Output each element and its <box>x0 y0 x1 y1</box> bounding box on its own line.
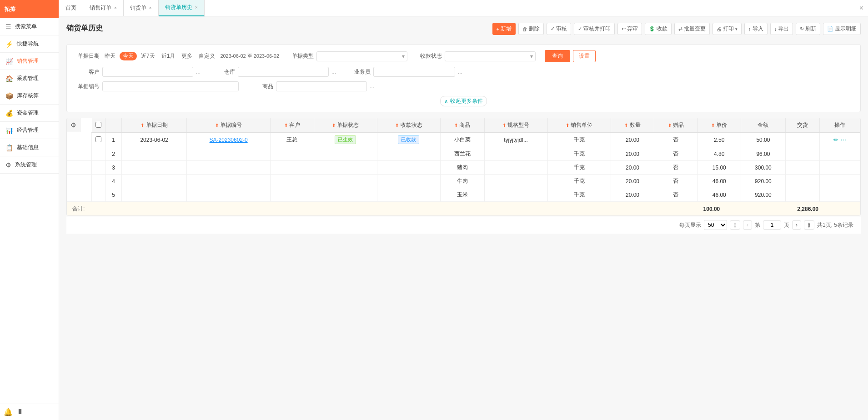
close-all-tabs-button[interactable]: × <box>855 4 868 12</box>
tab-close-icon[interactable]: × <box>149 5 152 10</box>
business-dots[interactable]: ... <box>458 69 462 75</box>
export-button[interactable]: ↓ 导出 <box>770 23 793 35</box>
row-checkbox-cell[interactable] <box>92 147 105 161</box>
sidebar-item-basic-info[interactable]: 📋 基础信息 <box>0 139 59 156</box>
col-goods[interactable]: ⬆ 商品 <box>440 118 484 133</box>
doc-no-label: 单据编号 <box>74 83 100 90</box>
sidebar-item-sys-mgmt[interactable]: ⚙ 系统管理 <box>0 156 59 174</box>
doc-no-input[interactable] <box>102 81 239 91</box>
shortcut-custom[interactable]: 自定义 <box>196 52 217 60</box>
col-gift[interactable]: ⬆ 赠品 <box>654 118 697 133</box>
notification-icon[interactable]: 🔔 <box>4 408 13 416</box>
refresh-button[interactable]: ↻ 刷新 <box>796 23 820 35</box>
col-customer[interactable]: ⬆ 客户 <box>271 118 314 133</box>
batch-change-button[interactable]: ⇄ 批量变更 <box>674 23 710 35</box>
action-cell[interactable]: ✏⋯ <box>819 133 860 147</box>
business-input[interactable] <box>373 67 455 77</box>
tab-close-icon[interactable]: × <box>195 5 198 10</box>
sidebar-item-quick-nav[interactable]: ⚡ 快捷导航 <box>0 35 59 53</box>
warehouse-dots[interactable]: ... <box>331 69 336 75</box>
col-unit[interactable]: ⬆ 销售单位 <box>547 118 611 133</box>
settings-button[interactable]: 设置 <box>573 50 596 62</box>
import-button[interactable]: ↑ 导入 <box>744 23 768 35</box>
collect-button[interactable]: 💲 收款 <box>645 23 672 35</box>
shortcut-more[interactable]: 更多 <box>179 52 195 60</box>
column-settings-icon[interactable]: ⚙ <box>70 121 76 129</box>
unit-price-cell: 46.00 <box>697 175 741 188</box>
audit-button[interactable]: ✓ 审核 <box>547 23 571 35</box>
delete-button[interactable]: 🗑 删除 <box>518 23 544 35</box>
unit-price-cell: 46.00 <box>697 188 741 202</box>
row-checkbox-cell[interactable] <box>92 188 105 202</box>
row-checkbox-cell[interactable] <box>92 133 105 147</box>
per-page-select[interactable]: 50 20 100 <box>704 220 727 230</box>
warehouse-input[interactable] <box>238 67 329 77</box>
customer-input[interactable] <box>102 67 193 77</box>
payment-status-select[interactable] <box>445 51 536 61</box>
table-settings-col[interactable]: ⚙ <box>67 118 80 132</box>
page-last-button[interactable]: ⟫ <box>804 220 814 230</box>
transaction-cell <box>785 175 819 188</box>
action-cell[interactable] <box>819 175 860 188</box>
pause-icon[interactable]: ⏸ <box>16 408 24 416</box>
page-number-input[interactable]: 1 <box>763 220 781 230</box>
col-doc-status[interactable]: ⬆ 单据状态 <box>314 118 377 133</box>
sidebar-item-purchase-mgmt[interactable]: 🏠 采购管理 <box>0 70 59 87</box>
tab-sales-delivery[interactable]: 销货单 × <box>124 0 159 16</box>
col-doc-no[interactable]: ⬆ 单据编号 <box>187 118 271 133</box>
new-button[interactable]: + 新增 <box>492 23 516 35</box>
show-detail-button[interactable]: 📄 显示明细 <box>823 23 861 35</box>
doc-no-cell[interactable] <box>187 188 271 202</box>
query-button[interactable]: 查询 <box>545 50 570 62</box>
goods-dots[interactable]: ... <box>370 83 374 90</box>
doc-no-cell[interactable] <box>187 161 271 175</box>
col-quantity[interactable]: ⬆ 数量 <box>611 118 654 133</box>
tab-sales-delivery-history[interactable]: 销货单历史 × <box>159 0 205 16</box>
row-checkbox[interactable] <box>95 136 101 142</box>
unit-cell: 千克 <box>547 133 611 147</box>
page-first-button[interactable]: ⟪ <box>730 220 740 230</box>
shortcut-yesterday[interactable]: 昨天 <box>102 52 118 60</box>
abandon-button[interactable]: ↩ 弃审 <box>617 23 642 35</box>
row-checkbox-cell[interactable] <box>92 161 105 175</box>
col-spec[interactable]: ⬆ 规格型号 <box>484 118 547 133</box>
edit-action-icon[interactable]: ✏ <box>833 136 839 143</box>
row-checkbox-cell[interactable] <box>92 175 105 188</box>
sidebar-item-finance[interactable]: 💰 资金管理 <box>0 105 59 122</box>
more-action-icon[interactable]: ⋯ <box>839 136 847 143</box>
customer-dots[interactable]: ... <box>196 69 201 75</box>
page-prev-button[interactable]: ‹ <box>743 220 752 230</box>
doc-no-link[interactable]: SA-20230602-0 <box>210 137 248 143</box>
col-doc-date[interactable]: ⬆ 单据日期 <box>122 118 187 133</box>
shortcut-7days[interactable]: 近7天 <box>139 52 157 60</box>
doc-no-cell[interactable] <box>187 147 271 161</box>
select-all-checkbox[interactable] <box>95 122 101 128</box>
doc-no-cell[interactable] <box>187 175 271 188</box>
sort-icon: ⬆ <box>502 123 506 128</box>
action-cell[interactable] <box>819 161 860 175</box>
action-cell[interactable] <box>819 147 860 161</box>
doc-type-select[interactable] <box>316 51 407 61</box>
transaction-cell <box>785 147 819 161</box>
shortcut-today[interactable]: 今天 <box>120 52 137 60</box>
tab-home[interactable]: 首页 <box>59 0 83 16</box>
table-select-all-col[interactable] <box>92 118 105 133</box>
action-cell[interactable] <box>819 188 860 202</box>
sidebar-item-inventory[interactable]: 📦 库存核算 <box>0 87 59 105</box>
shortcut-1month[interactable]: 近1月 <box>159 52 178 60</box>
col-unit-price[interactable]: ⬆ 单价 <box>697 118 741 133</box>
collapse-button[interactable]: ∧ 收起更多条件 <box>440 96 487 106</box>
col-pay-status[interactable]: ⬆ 收款状态 <box>377 118 440 133</box>
tab-sales-order[interactable]: 销售订单 × <box>83 0 124 16</box>
doc-no-cell[interactable]: SA-20230602-0 <box>187 133 271 147</box>
settings-cell <box>67 133 92 147</box>
delete-icon: 🗑 <box>522 26 527 32</box>
audit-print-button[interactable]: ✓ 审核并打印 <box>574 23 615 35</box>
page-next-button[interactable]: › <box>792 220 801 230</box>
print-button[interactable]: 🖨 打印 ▾ <box>712 23 742 35</box>
sidebar-item-sales-mgmt[interactable]: 📈 销售管理 <box>0 53 59 70</box>
tab-close-icon[interactable]: × <box>114 5 117 10</box>
sidebar-item-operation[interactable]: 📊 经营管理 <box>0 122 59 139</box>
sidebar-item-search-menu[interactable]: ☰ 搜索菜单 <box>0 18 59 35</box>
goods-input[interactable] <box>276 81 367 91</box>
